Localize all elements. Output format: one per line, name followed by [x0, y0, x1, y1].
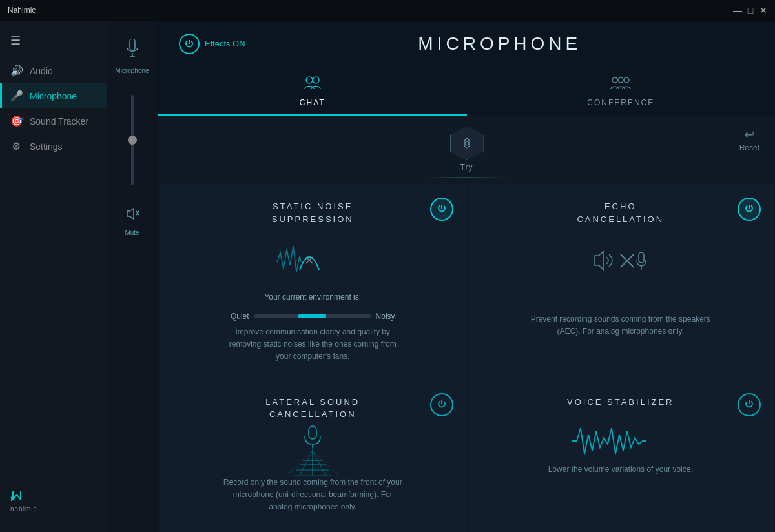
sidebar-item-microphone[interactable]: 🎤 Microphone — [0, 83, 107, 108]
maximize-button[interactable]: □ — [747, 6, 754, 14]
content-area: Try ↩ Reset STATIC NOISE SUPPRESSION — [158, 116, 775, 532]
echo-title: ECHO CANCELLATION — [577, 200, 664, 225]
app-title: Nahimic — [8, 6, 36, 15]
features-grid-top: STATIC NOISE SUPPRESSION — [158, 183, 775, 380]
sidebar-label-sound-tracker: Sound Tracker — [30, 116, 88, 127]
svg-rect-17 — [639, 252, 644, 263]
effects-label: Effects ON — [205, 39, 245, 48]
svg-line-24 — [287, 451, 313, 475]
try-hexagon — [450, 127, 484, 160]
chat-tab-icon — [304, 75, 322, 94]
svg-point-10 — [618, 77, 623, 83]
svg-point-7 — [306, 77, 313, 83]
tab-conference-label: CONFERENCE — [587, 98, 654, 107]
secondary-label-microphone: Microphone — [115, 67, 149, 74]
voice-desc: Lower the volume variations of your voic… — [548, 464, 693, 476]
noisy-label: Noisy — [376, 312, 395, 321]
tab-chat[interactable]: CHAT — [158, 67, 467, 116]
secondary-item-mute[interactable]: Mute — [107, 198, 158, 244]
lateral-toggle[interactable] — [430, 393, 453, 416]
sidebar-label-microphone: Microphone — [30, 91, 77, 101]
noise-slider[interactable] — [254, 314, 371, 318]
page-title: MICROPHONE — [245, 34, 754, 54]
mic-secondary-icon — [125, 39, 140, 63]
svg-rect-19 — [309, 426, 316, 439]
sidebar-label-audio: Audio — [30, 66, 53, 76]
env-label-row: Your current environment is: — [264, 292, 361, 302]
voice-title: VOICE STABILIZER — [567, 396, 674, 409]
hamburger-icon[interactable]: ☰ — [0, 28, 107, 53]
sound-tracker-icon: 🎯 — [10, 115, 22, 127]
feature-echo-cancellation: ECHO CANCELLATION — [468, 185, 774, 379]
echo-desc: Prevent recording sounds coming from the… — [530, 313, 711, 338]
titlebar: Nahimic — □ ✕ — [0, 0, 775, 21]
env-label: Your current environment is: — [264, 292, 361, 302]
echo-visual — [483, 241, 759, 280]
sidebar-label-settings: Settings — [30, 141, 63, 152]
svg-line-22 — [300, 451, 313, 475]
secondary-item-microphone[interactable]: Microphone — [107, 31, 158, 82]
static-noise-desc: Improve communication clarity and qualit… — [222, 326, 403, 363]
main-content: Effects ON MICROPHONE CHAT — [158, 21, 775, 532]
secondary-label-mute: Mute — [125, 229, 139, 236]
svg-line-23 — [313, 451, 326, 475]
svg-rect-2 — [130, 39, 135, 50]
reset-button[interactable]: ↩ Reset — [739, 127, 760, 152]
window-controls: — □ ✕ — [734, 6, 767, 14]
nahimic-logo-svg: ก nahimic — [10, 488, 49, 514]
power-button[interactable] — [179, 34, 200, 54]
noise-slider-row: Quiet Noisy — [231, 312, 395, 321]
tab-conference[interactable]: CONFERENCE — [467, 67, 776, 116]
feature-lateral-sound: LATERAL SOUND CANCELLATION — [160, 380, 466, 532]
tab-chat-label: CHAT — [300, 98, 326, 107]
svg-point-12 — [465, 141, 469, 145]
app-logo: ก nahimic — [0, 478, 107, 524]
microphone-sidebar-icon: 🎤 — [10, 90, 22, 102]
lateral-visual — [280, 431, 345, 476]
sidebar-item-sound-tracker[interactable]: 🎯 Sound Tracker — [0, 108, 107, 134]
app-body: ☰ 🔊 Audio 🎤 Microphone 🎯 Sound Tracker ⚙… — [0, 21, 775, 532]
svg-point-8 — [313, 77, 319, 83]
sidebar-item-audio[interactable]: 🔊 Audio — [0, 58, 107, 83]
reset-label: Reset — [739, 143, 760, 152]
svg-point-11 — [624, 77, 629, 83]
secondary-sidebar: Microphone Mute — [107, 21, 158, 532]
voice-toggle[interactable] — [738, 393, 761, 416]
conference-tab-icon — [610, 75, 631, 94]
reset-icon: ↩ — [744, 127, 755, 142]
voice-visual — [569, 418, 672, 464]
volume-slider[interactable] — [131, 95, 134, 185]
svg-line-25 — [313, 451, 338, 475]
try-label: Try — [460, 163, 473, 172]
try-area: Try ↩ Reset — [158, 116, 775, 183]
primary-sidebar: ☰ 🔊 Audio 🎤 Microphone 🎯 Sound Tracker ⚙… — [0, 21, 107, 532]
quiet-label: Quiet — [231, 312, 249, 321]
feature-static-noise: STATIC NOISE SUPPRESSION — [160, 185, 466, 379]
lateral-desc: Record only the sound coming from the fr… — [222, 476, 403, 514]
feature-voice-stabilizer: VOICE STABILIZER Lower the volum — [468, 380, 774, 532]
minimize-button[interactable]: — — [734, 6, 741, 14]
features-grid-bottom: LATERAL SOUND CANCELLATION — [158, 380, 775, 532]
static-noise-visual — [175, 241, 451, 280]
audio-icon: 🔊 — [10, 65, 22, 77]
settings-icon: ⚙ — [10, 140, 22, 152]
effects-toggle[interactable]: Effects ON — [179, 34, 245, 54]
noise-slider-fill — [254, 314, 301, 318]
tabs-container: CHAT CONFERENCE — [158, 67, 775, 116]
svg-text:nahimic: nahimic — [10, 506, 37, 513]
svg-point-9 — [612, 77, 617, 83]
static-noise-title: STATIC NOISE SUPPRESSION — [272, 200, 354, 225]
sidebar-item-settings[interactable]: ⚙ Settings — [0, 134, 107, 159]
main-header: Effects ON MICROPHONE — [158, 21, 775, 67]
static-noise-toggle[interactable] — [430, 198, 453, 221]
volume-slider-thumb[interactable] — [128, 136, 137, 145]
lateral-title: LATERAL SOUND CANCELLATION — [265, 396, 360, 421]
noise-slider-thumb — [298, 314, 326, 318]
try-line — [428, 177, 506, 178]
echo-toggle[interactable] — [738, 198, 761, 221]
mute-icon — [125, 206, 140, 225]
close-button[interactable]: ✕ — [760, 6, 767, 14]
try-button[interactable]: Try — [428, 127, 506, 178]
